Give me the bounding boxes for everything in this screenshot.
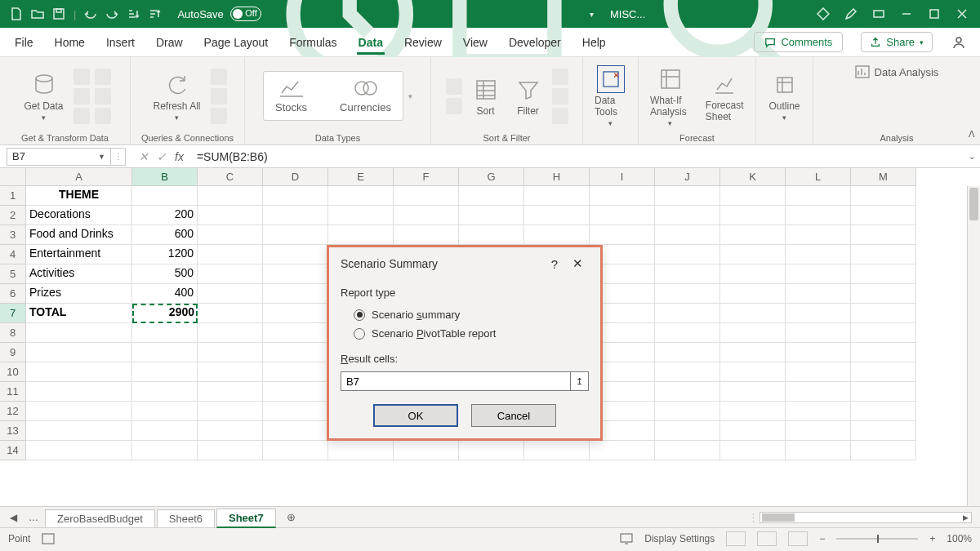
cancel-button[interactable]: Cancel [471, 404, 556, 427]
row-header[interactable]: 1 [0, 186, 26, 206]
cell[interactable] [655, 186, 720, 206]
cell[interactable] [263, 323, 328, 343]
row-header[interactable]: 8 [0, 323, 26, 343]
cell[interactable]: 500 [132, 264, 198, 284]
column-header[interactable]: A [26, 168, 132, 186]
cell[interactable] [459, 186, 524, 206]
cell[interactable] [394, 225, 459, 245]
cell[interactable] [198, 245, 263, 264]
add-sheet-button[interactable]: ⊕ [283, 509, 301, 527]
cell[interactable] [263, 362, 328, 382]
cell[interactable] [786, 284, 851, 304]
outline-button[interactable]: Outline▾ [764, 69, 804, 123]
cell[interactable] [786, 382, 851, 402]
maximize-icon[interactable] [928, 7, 941, 20]
row-header[interactable]: 9 [0, 343, 26, 362]
cell[interactable] [263, 245, 328, 264]
sheet-tab[interactable]: ZeroBasedBudget [45, 509, 155, 527]
radio-scenario-pivottable[interactable]: Scenario PivotTable report [341, 324, 589, 343]
filter-button[interactable]: Filter [510, 74, 547, 118]
column-header[interactable]: K [720, 168, 786, 186]
row-header[interactable]: 11 [0, 382, 26, 402]
tab-developer[interactable]: Developer [507, 31, 563, 54]
cell[interactable] [132, 441, 198, 460]
expand-formula-bar-icon[interactable]: ⌄ [964, 152, 980, 161]
cell[interactable] [851, 264, 916, 284]
zoom-in-button[interactable]: + [929, 533, 935, 544]
tab-view[interactable]: View [461, 31, 489, 54]
cell[interactable] [786, 343, 851, 362]
gallery-more-icon[interactable]: ▾ [408, 92, 412, 100]
cell[interactable] [655, 343, 720, 362]
new-file-icon[interactable] [10, 7, 23, 20]
cell[interactable] [786, 225, 851, 245]
cell[interactable] [263, 225, 328, 245]
sort-desc-icon[interactable] [148, 7, 161, 20]
reapply-icon[interactable] [552, 88, 568, 104]
cell[interactable] [524, 206, 590, 225]
queries-icon[interactable] [211, 69, 227, 85]
blank-icon[interactable] [95, 108, 111, 124]
from-web-icon[interactable] [74, 88, 90, 104]
cell[interactable] [263, 284, 328, 304]
zoom-slider[interactable] [836, 538, 918, 540]
cell[interactable] [851, 206, 916, 225]
cell[interactable] [394, 186, 459, 206]
cell[interactable] [786, 264, 851, 284]
cell[interactable] [851, 284, 916, 304]
data-analysis-button[interactable]: Data Analysis [855, 65, 939, 78]
cell[interactable] [720, 362, 786, 382]
data-types-gallery[interactable]: Stocks Currencies [263, 71, 403, 121]
row-header[interactable]: 13 [0, 421, 26, 441]
from-table-icon[interactable] [74, 108, 90, 124]
cell[interactable] [720, 323, 786, 343]
forecast-sheet-button[interactable]: Forecast Sheet [701, 69, 749, 124]
cell[interactable] [26, 382, 132, 402]
existing-conn-icon[interactable] [95, 88, 111, 104]
sort-za-icon[interactable] [446, 98, 462, 114]
cell[interactable] [394, 206, 459, 225]
cell[interactable] [655, 441, 720, 460]
cancel-formula-icon[interactable]: ✕ [139, 150, 149, 163]
cell[interactable] [328, 206, 394, 225]
cell[interactable] [786, 245, 851, 264]
undo-icon[interactable] [84, 7, 97, 20]
cell[interactable]: 2900 [132, 304, 198, 323]
currencies-type[interactable]: Currencies [340, 78, 391, 113]
cell[interactable] [590, 206, 655, 225]
cell[interactable] [851, 382, 916, 402]
zoom-out-button[interactable]: − [819, 533, 825, 544]
cell[interactable] [786, 206, 851, 225]
cell[interactable] [198, 362, 263, 382]
share-button[interactable]: Share ▾ [861, 32, 933, 52]
cell[interactable] [26, 421, 132, 441]
cell[interactable] [720, 245, 786, 264]
cell[interactable] [198, 343, 263, 362]
macro-record-icon[interactable] [42, 533, 55, 544]
minimize-icon[interactable] [900, 7, 913, 20]
enter-formula-icon[interactable]: ✓ [157, 150, 167, 163]
row-header[interactable]: 5 [0, 264, 26, 284]
tab-home[interactable]: Home [53, 31, 87, 54]
cell[interactable] [851, 362, 916, 382]
tab-page-layout[interactable]: Page Layout [203, 31, 270, 54]
refresh-all-button[interactable]: Refresh All▾ [148, 69, 205, 123]
pen-icon[interactable] [844, 7, 858, 20]
cell[interactable] [655, 402, 720, 421]
column-header[interactable]: F [394, 168, 459, 186]
row-header[interactable]: 2 [0, 206, 26, 225]
page-break-view-button[interactable] [788, 531, 808, 546]
cell[interactable] [263, 421, 328, 441]
cell[interactable] [263, 382, 328, 402]
cell[interactable] [198, 206, 263, 225]
cell[interactable]: 600 [132, 225, 198, 245]
result-cells-input[interactable] [341, 371, 571, 391]
cell[interactable] [720, 186, 786, 206]
tab-file[interactable]: File [13, 31, 35, 54]
toggle-switch[interactable]: Off [230, 7, 261, 21]
column-header[interactable]: C [198, 168, 263, 186]
cell[interactable] [524, 186, 590, 206]
cell[interactable] [263, 186, 328, 206]
cell[interactable] [328, 441, 394, 460]
page-layout-view-button[interactable] [757, 531, 777, 546]
